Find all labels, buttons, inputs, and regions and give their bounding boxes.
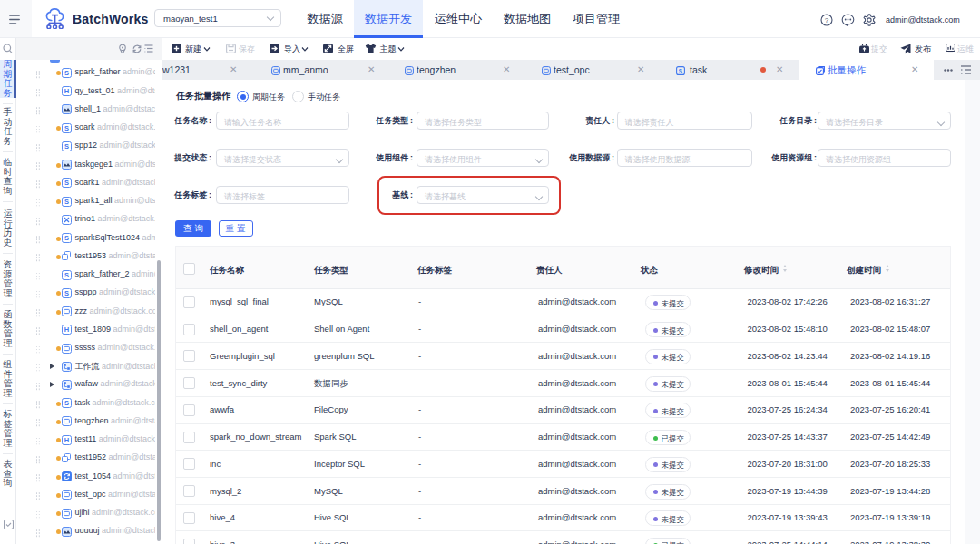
svg-text:?: ? xyxy=(825,16,829,24)
svg-text:S: S xyxy=(679,67,683,73)
